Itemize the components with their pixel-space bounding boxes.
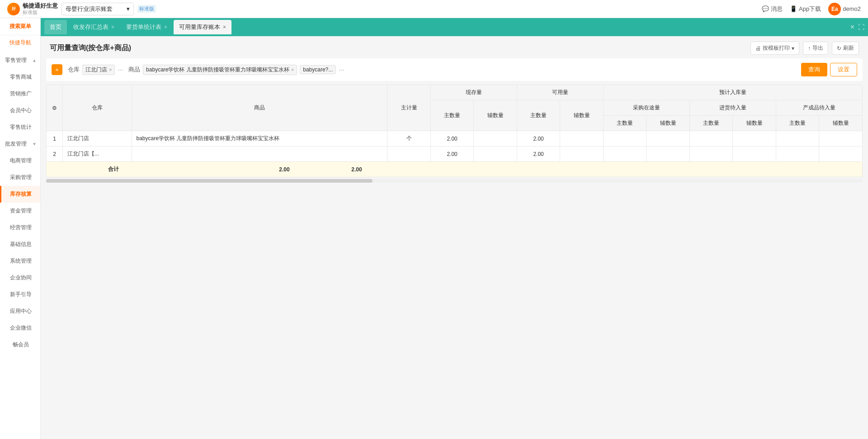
- data-table: ⚙ 仓库 商品 主计量 现存量 可用量 预计入库量 主数量 辅数量 主数量 辅数…: [46, 85, 863, 162]
- tab-expand-button[interactable]: ⛶: [858, 24, 864, 31]
- row-unit: [387, 146, 431, 162]
- sidebar-item-wholesale[interactable]: 批发管理 ▼: [0, 136, 40, 152]
- message-button[interactable]: 💬 消息: [762, 5, 783, 13]
- sidebar-item-marketing[interactable]: 营销推广: [0, 85, 40, 102]
- product-tag-1[interactable]: babycare学饮杯 儿童防摔防撞吸管杯重力球吸嘴杯宝宝水杯 ×: [143, 65, 297, 75]
- sidebar-item-member[interactable]: 会员中心: [0, 102, 40, 119]
- product-tag-1-close[interactable]: ×: [291, 67, 294, 72]
- sidebar-item-retail-stats[interactable]: 零售统计: [0, 119, 40, 136]
- row-purchase-transit-aux: [646, 146, 690, 162]
- sidebar-item-finance[interactable]: 资金管理: [0, 203, 40, 219]
- row-available-aux: [560, 146, 604, 162]
- th-purchase-transit-aux: 辅数量: [646, 116, 690, 131]
- table-scrollbar[interactable]: [46, 179, 863, 183]
- table-row: 2 江北门店【... 2.00 2.00: [47, 146, 863, 162]
- row-purchase-transit-main: [603, 146, 646, 162]
- top-bar-left: 好 畅捷通好生意 标准版 母婴行业演示账套 ▾ 标准版: [7, 2, 156, 15]
- warehouse-tag[interactable]: 江北门店 ×: [82, 65, 115, 75]
- product-tag-2[interactable]: babycare?...: [300, 65, 336, 74]
- tab-close-order-stats[interactable]: ×: [164, 24, 167, 30]
- th-product: 商品: [132, 85, 387, 131]
- tab-home[interactable]: 首页: [44, 20, 67, 34]
- warehouse-more-icon[interactable]: ···: [118, 66, 123, 73]
- app-logo-icon: 好: [7, 3, 20, 15]
- th-stock-main: 主数量: [430, 100, 474, 131]
- th-production: 产成品待入量: [776, 100, 862, 116]
- sidebar-item-basic-info[interactable]: 基础信息: [0, 236, 40, 253]
- row-incoming-main: [689, 131, 733, 146]
- query-button[interactable]: 查询: [801, 63, 827, 76]
- row-stock-main: 2.00: [430, 146, 474, 162]
- tab-close-all-button[interactable]: ×: [850, 23, 854, 31]
- app-name: 畅捷通好生意 标准版: [23, 2, 58, 15]
- download-icon: 📱: [790, 5, 797, 12]
- sidebar-item-enterprise[interactable]: 企业协同: [0, 269, 40, 286]
- sidebar-nav-label[interactable]: 快捷导航: [0, 35, 40, 50]
- row-production-aux: [819, 146, 863, 162]
- footer-label: 合计: [104, 165, 239, 173]
- sidebar-item-wechat[interactable]: 企业微信: [0, 320, 40, 336]
- tab-stock-summary[interactable]: 收发存汇总表 ×: [68, 20, 120, 34]
- footer-available-main: 2.00: [339, 166, 375, 173]
- sidebar-item-member2[interactable]: 畅会员: [0, 336, 40, 353]
- refresh-button[interactable]: ↻ 刷新: [832, 42, 859, 55]
- export-button[interactable]: ↑ 导出: [803, 42, 828, 55]
- sidebar-item-ecommerce[interactable]: 电商管理: [0, 152, 40, 169]
- tab-order-stats[interactable]: 要货单统计表 ×: [121, 20, 173, 34]
- industry-select[interactable]: 母婴行业演示账套 ▾: [61, 3, 134, 15]
- sidebar-item-purchase[interactable]: 采购管理: [0, 169, 40, 186]
- tab-bar: 首页 收发存汇总表 × 要货单统计表 × 可用量库存账本 × × ⛶: [41, 18, 868, 36]
- footer-stock-main: 2.00: [266, 166, 302, 173]
- filter-expand-button[interactable]: »: [52, 64, 62, 75]
- sidebar-item-inventory[interactable]: 库存核算: [0, 186, 40, 203]
- tab-close-stock-summary[interactable]: ×: [111, 24, 114, 30]
- top-bar: 好 畅捷通好生意 标准版 母婴行业演示账套 ▾ 标准版 💬 消息 📱 App下载…: [0, 0, 868, 18]
- filter-actions: 查询 设置: [801, 63, 857, 76]
- table-row: 1 江北门店 babycare学饮杯 儿童防摔防撞吸管杯重力球吸嘴杯宝宝水杯 个…: [47, 131, 863, 146]
- page-header: 可用量查询(按仓库+商品) 🖨 按模板打印 ▾ ↑ 导出 ↻ 刷新: [41, 36, 868, 58]
- tab-close-available-inventory[interactable]: ×: [223, 24, 226, 30]
- row-incoming-aux: [733, 146, 776, 162]
- th-stock: 现存量: [430, 85, 517, 100]
- export-icon: ↑: [808, 45, 811, 52]
- row-warehouse: 江北门店【...: [63, 146, 132, 162]
- print-template-button[interactable]: 🖨 按模板打印 ▾: [750, 42, 799, 55]
- th-settings[interactable]: ⚙: [47, 85, 63, 131]
- sidebar-item-retail[interactable]: 零售管理 ▲: [0, 52, 40, 69]
- row-incoming-aux: [733, 131, 776, 146]
- user-profile[interactable]: Ea demo2: [828, 3, 861, 15]
- row-warehouse: 江北门店: [63, 131, 132, 146]
- warehouse-tag-close[interactable]: ×: [109, 67, 112, 72]
- row-index: 1: [47, 131, 63, 146]
- row-production-main: [776, 131, 819, 146]
- standard-badge: 标准版: [137, 5, 156, 13]
- filter-bar: » 仓库 江北门店 × ··· 商品 babycare学饮杯 儿童防摔防撞吸管杯…: [46, 58, 863, 81]
- th-production-main: 主数量: [776, 116, 819, 131]
- th-incoming-aux: 辅数量: [733, 116, 776, 131]
- chevron-down-icon: ▾: [127, 5, 130, 12]
- sidebar-item-operations[interactable]: 经营管理: [0, 219, 40, 236]
- printer-icon: 🖨: [755, 45, 761, 52]
- sidebar-item-system[interactable]: 系统管理: [0, 253, 40, 269]
- tab-available-inventory[interactable]: 可用量库存账本 ×: [174, 20, 231, 34]
- th-warehouse: 仓库: [63, 85, 132, 131]
- sidebar: 搜索菜单 快捷导航 零售管理 ▲ 零售商城 营销推广 会员中心 零售统计 批发管…: [0, 18, 41, 439]
- sidebar-item-retail-mall[interactable]: 零售商城: [0, 69, 40, 85]
- download-button[interactable]: 📱 App下载: [790, 5, 821, 13]
- th-available-aux: 辅数量: [560, 100, 604, 131]
- settings-button[interactable]: 设置: [830, 63, 857, 76]
- page-actions: 🖨 按模板打印 ▾ ↑ 导出 ↻ 刷新: [750, 42, 859, 55]
- sidebar-search[interactable]: 搜索菜单: [0, 18, 40, 35]
- row-production-main: [776, 146, 819, 162]
- chevron-down-icon: ▼: [32, 142, 37, 146]
- product-more-icon[interactable]: ···: [339, 66, 344, 73]
- app-logo: 好 畅捷通好生意 标准版: [7, 2, 58, 15]
- warehouse-label: 仓库: [68, 66, 80, 74]
- row-purchase-transit-aux: [646, 131, 690, 146]
- sidebar-item-newbie[interactable]: 新手引导: [0, 286, 40, 303]
- main-content: 可用量查询(按仓库+商品) 🖨 按模板打印 ▾ ↑ 导出 ↻ 刷新 » 仓库: [41, 36, 868, 439]
- row-stock-main: 2.00: [430, 131, 474, 146]
- table-scrollbar-thumb[interactable]: [46, 179, 373, 183]
- settings-icon: ⚙: [52, 105, 57, 111]
- sidebar-item-app-center[interactable]: 应用中心: [0, 303, 40, 320]
